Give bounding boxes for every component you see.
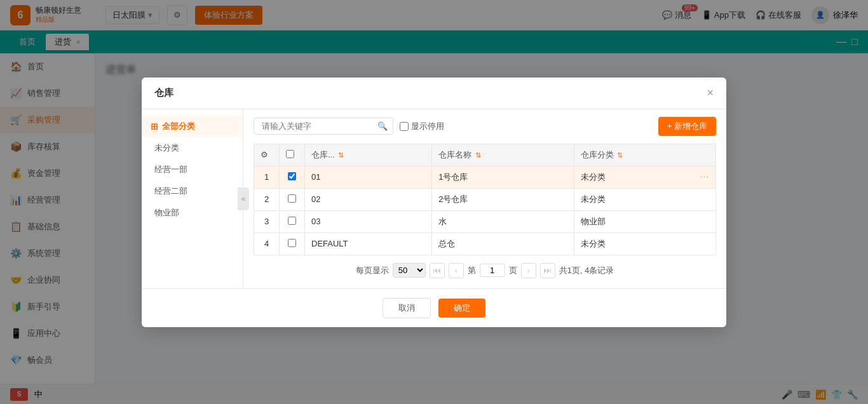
th-category: 仓库分类 ⇅ bbox=[574, 144, 715, 166]
category-all-label: 全部分类 bbox=[162, 121, 195, 132]
modal-close-button[interactable]: × bbox=[707, 86, 714, 100]
warehouse-modal: 仓库 × ⊞ 全部分类 未分类 经营一部 经营二部 bbox=[142, 77, 726, 327]
row-checkbox[interactable] bbox=[288, 172, 296, 180]
search-input-wrap: 🔍 bbox=[254, 118, 393, 135]
category-all-item[interactable]: ⊞ 全部分类 bbox=[142, 116, 243, 137]
total-info: 共1页, 4条记录 bbox=[559, 265, 614, 276]
page-label-prefix: 第 bbox=[468, 265, 476, 276]
table-row[interactable]: 3 03 水 物业部 bbox=[254, 210, 716, 232]
row-num: 3 bbox=[254, 210, 280, 232]
modal-footer: 取消 确定 bbox=[142, 288, 726, 327]
row-category: 物业部 bbox=[574, 210, 715, 232]
prev-page-button[interactable]: ‹ bbox=[449, 263, 464, 278]
search-icon[interactable]: 🔍 bbox=[377, 121, 388, 131]
row-code: 02 bbox=[305, 188, 432, 210]
show-disabled-label: 显示停用 bbox=[411, 121, 444, 132]
category-item-ops1[interactable]: 经营一部 bbox=[142, 159, 243, 180]
category-collapse-button[interactable]: « bbox=[238, 187, 249, 210]
row-code: 01 bbox=[305, 166, 432, 188]
page-input[interactable] bbox=[480, 264, 505, 277]
row-category: 未分类 bbox=[574, 232, 715, 255]
page-label: 页 bbox=[509, 265, 517, 276]
table-panel: 🔍 显示停用 + 新增仓库 ⚙ 仓库. bbox=[243, 109, 726, 288]
row-checkbox[interactable] bbox=[288, 194, 296, 203]
last-page-button[interactable]: ⏭ bbox=[540, 263, 555, 278]
show-disabled-wrap: 显示停用 bbox=[400, 121, 444, 132]
table-toolbar: 🔍 显示停用 + 新增仓库 bbox=[254, 117, 716, 136]
sort-icon: ⇅ bbox=[617, 151, 623, 159]
modal-body: ⊞ 全部分类 未分类 经营一部 经营二部 物业部 « bbox=[142, 109, 726, 288]
modal-header: 仓库 × bbox=[142, 77, 726, 109]
select-all-checkbox[interactable] bbox=[286, 150, 294, 158]
th-code: 仓库... ⇅ bbox=[305, 144, 432, 166]
modal-overlay: 仓库 × ⊞ 全部分类 未分类 经营一部 经营二部 bbox=[0, 0, 868, 404]
row-checkbox-cell bbox=[280, 166, 305, 188]
row-num: 4 bbox=[254, 232, 280, 255]
first-page-button[interactable]: ⏮ bbox=[430, 263, 445, 278]
sort-icon: ⇅ bbox=[338, 151, 344, 159]
th-checkbox bbox=[280, 144, 305, 166]
per-page-label: 每页显示 bbox=[356, 265, 389, 276]
th-name: 仓库名称 ⇅ bbox=[432, 144, 574, 166]
row-checkbox-cell bbox=[280, 232, 305, 255]
row-checkbox-cell bbox=[280, 188, 305, 210]
pagination: 每页显示 50 100 ⏮ ‹ 第 页 › ⏭ 共1页, 4条记录 bbox=[254, 255, 716, 281]
row-name: 2号仓库 bbox=[432, 188, 574, 210]
row-num: 1 bbox=[254, 166, 280, 188]
row-checkbox[interactable] bbox=[288, 239, 296, 247]
grid-icon: ⊞ bbox=[151, 121, 158, 131]
table-row[interactable]: 2 02 2号仓库 未分类 bbox=[254, 188, 716, 210]
row-category: 未分类 bbox=[574, 188, 715, 210]
row-name: 水 bbox=[432, 210, 574, 232]
row-category: 未分类 ··· bbox=[574, 166, 715, 188]
add-warehouse-button[interactable]: + 新增仓库 bbox=[658, 117, 716, 136]
modal-title: 仓库 bbox=[154, 87, 173, 99]
table-row[interactable]: 1 01 1号仓库 未分类 ··· bbox=[254, 166, 716, 188]
row-name: 总仓 bbox=[432, 232, 574, 255]
category-item-unclassified[interactable]: 未分类 bbox=[142, 137, 243, 159]
search-input[interactable] bbox=[259, 118, 377, 134]
row-code: 03 bbox=[305, 210, 432, 232]
category-item-property[interactable]: 物业部 bbox=[142, 202, 243, 224]
cancel-button[interactable]: 取消 bbox=[383, 298, 431, 318]
warehouse-table: ⚙ 仓库... ⇅ 仓库名称 ⇅ 仓库分类 bbox=[254, 144, 716, 255]
row-code: DEFAULT bbox=[305, 232, 432, 255]
per-page-select[interactable]: 50 100 bbox=[393, 263, 426, 278]
row-checkbox-cell bbox=[280, 210, 305, 232]
sort-icon: ⇅ bbox=[475, 151, 481, 159]
row-num: 2 bbox=[254, 188, 280, 210]
next-page-button[interactable]: › bbox=[521, 263, 536, 278]
category-item-ops2[interactable]: 经营二部 bbox=[142, 180, 243, 202]
show-disabled-checkbox[interactable] bbox=[400, 122, 409, 131]
row-checkbox[interactable] bbox=[288, 217, 296, 225]
row-actions[interactable]: ··· bbox=[700, 172, 709, 181]
table-row[interactable]: 4 DEFAULT 总仓 未分类 bbox=[254, 232, 716, 255]
category-panel: ⊞ 全部分类 未分类 经营一部 经营二部 物业部 « bbox=[142, 109, 243, 288]
th-settings: ⚙ bbox=[254, 144, 280, 166]
confirm-button[interactable]: 确定 bbox=[438, 299, 485, 318]
row-name: 1号仓库 bbox=[432, 166, 574, 188]
